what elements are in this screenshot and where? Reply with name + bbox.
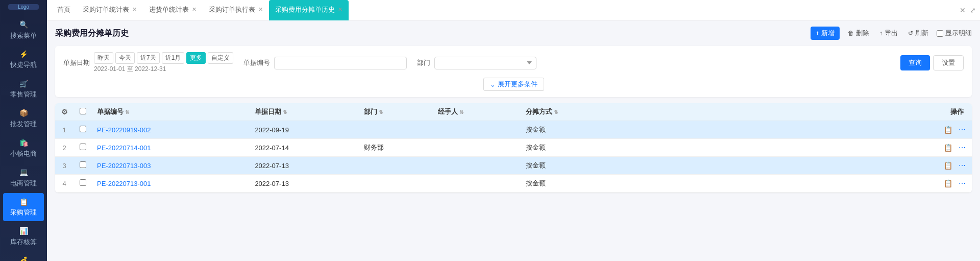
- row-dept-1: 财务部: [359, 139, 433, 157]
- sidebar-item-ecommerce-small[interactable]: 🛍️小畅电商: [3, 134, 44, 162]
- sidebar-label-wholesale: 批发管理: [10, 120, 37, 128]
- bill-no-link-2[interactable]: PE-20220713-003: [97, 162, 151, 170]
- action-more-0[interactable]: ⋯: [958, 125, 967, 135]
- sidebar-item-wholesale[interactable]: 📦批发管理: [3, 104, 44, 133]
- date-shortcut-更多[interactable]: 更多: [186, 52, 206, 64]
- tab-close-purchase-order-exec[interactable]: ✕: [258, 6, 263, 13]
- action-more-1[interactable]: ⋯: [958, 143, 967, 153]
- row-dept-0: [359, 121, 433, 139]
- row-bill-no-3: PE-20220713-001: [92, 175, 250, 193]
- sidebar-icon-finance: 💰: [5, 256, 42, 261]
- sidebar-label-ecommerce: 电商管理: [10, 179, 37, 187]
- data-table: ⚙ 单据编号⇅ 单据日期⇅ 部门⇅: [55, 103, 972, 193]
- sort-split-icon: ⇅: [554, 109, 558, 115]
- show-detail-checkbox[interactable]: 显示明细: [937, 29, 972, 38]
- action-more-2[interactable]: ⋯: [958, 160, 967, 171]
- sidebar-item-inventory[interactable]: 📊库存核算: [3, 222, 44, 251]
- dept-label: 部门: [417, 58, 430, 67]
- dept-select[interactable]: 财务部: [434, 57, 536, 69]
- bill-no-link-3[interactable]: PE-20220713-001: [97, 180, 151, 187]
- action-more-3[interactable]: ⋯: [958, 178, 967, 188]
- sidebar-item-ecommerce[interactable]: 💻电商管理: [3, 163, 44, 192]
- show-detail-input[interactable]: [937, 30, 943, 37]
- col-checkbox: [74, 103, 92, 121]
- col-gear[interactable]: ⚙: [55, 103, 74, 121]
- query-button[interactable]: 查询: [900, 55, 930, 70]
- tab-home[interactable]: 首页: [51, 0, 77, 20]
- row-bill-date-0: 2022-09-19: [250, 121, 358, 139]
- tab-close-purchase-order-stats[interactable]: ✕: [132, 6, 137, 13]
- date-shortcut-昨天[interactable]: 昨天: [94, 52, 113, 64]
- sidebar-icon-inventory: 📊: [5, 226, 42, 236]
- bill-no-link-0[interactable]: PE-20220919-002: [97, 126, 151, 134]
- sidebar-icon-purchase: 📋: [5, 197, 42, 207]
- date-shortcut-近7天[interactable]: 近7天: [137, 52, 160, 64]
- bill-no-input[interactable]: [274, 57, 407, 69]
- date-shortcut-近1月[interactable]: 近1月: [162, 52, 185, 64]
- sidebar-label-retail: 零售管理: [10, 90, 37, 98]
- date-shortcut-自定义[interactable]: 自定义: [208, 52, 233, 64]
- action-edit-1[interactable]: 📋: [943, 143, 953, 153]
- col-dept[interactable]: 部门⇅: [359, 103, 433, 121]
- sidebar-icon-ecommerce: 💻: [5, 168, 42, 178]
- row-checkbox-1: [74, 139, 92, 157]
- sidebar-label-inventory: 库存核算: [10, 238, 37, 246]
- sort-handler-icon: ⇅: [459, 109, 463, 115]
- row-select-1[interactable]: [80, 144, 86, 150]
- sidebar-icon-search: 🔍: [5, 20, 42, 30]
- dept-field: 部门 财务部: [417, 57, 536, 69]
- select-all-checkbox[interactable]: [80, 108, 86, 114]
- col-split-method[interactable]: 分摊方式⇅: [521, 103, 887, 121]
- col-handler[interactable]: 经手人⇅: [433, 103, 521, 121]
- gear-icon[interactable]: ⚙: [61, 108, 68, 116]
- sidebar-item-purchase[interactable]: 📋采购管理: [3, 193, 44, 222]
- delete-button[interactable]: 🗑 删除: [846, 28, 871, 39]
- date-field-group: 昨天今天近7天近1月更多自定义 2022-01-01 至 2022-12-31: [94, 52, 233, 74]
- refresh-icon: ↺: [908, 30, 913, 37]
- expand-conditions-button[interactable]: ⌄ 展开更多条件: [483, 78, 544, 91]
- row-split-method-3: 按金额: [521, 175, 887, 193]
- maximize-window-icon[interactable]: ⤢: [970, 6, 976, 14]
- tab-purchase-receipt-stats[interactable]: 进货单统计表✕: [143, 0, 203, 20]
- tab-label-purchase-receipt-stats: 进货单统计表: [149, 5, 189, 14]
- tab-close-purchase-cost-split[interactable]: ✕: [338, 6, 342, 13]
- date-shortcut-今天[interactable]: 今天: [115, 52, 135, 64]
- row-select-3[interactable]: [80, 179, 86, 186]
- page-title: 采购费用分摊单历史: [55, 28, 129, 39]
- action-edit-3[interactable]: 📋: [943, 178, 953, 188]
- add-button[interactable]: + 新增: [811, 27, 840, 40]
- tab-label-purchase-cost-split: 采购费用分摊单历史: [275, 5, 335, 14]
- sidebar-icon-shortcut: ⚡: [5, 50, 42, 60]
- row-num-2: 3: [55, 157, 74, 175]
- col-bill-date[interactable]: 单据日期⇅: [250, 103, 358, 121]
- tab-purchase-cost-split[interactable]: 采购费用分摊单历史✕: [269, 0, 349, 20]
- row-select-2[interactable]: [80, 161, 86, 168]
- close-window-icon[interactable]: ✕: [960, 6, 966, 14]
- bill-no-link-1[interactable]: PE-20220714-001: [97, 144, 151, 152]
- row-split-method-1: 按金额: [521, 139, 887, 157]
- sidebar-item-finance[interactable]: 💰资金管理: [3, 252, 44, 261]
- refresh-button[interactable]: ↺ 刷新: [906, 28, 930, 39]
- sidebar-item-shortcut[interactable]: ⚡快捷导航: [3, 45, 44, 74]
- row-select-0[interactable]: [80, 126, 86, 132]
- tab-label-home: 首页: [57, 5, 70, 14]
- setting-button[interactable]: 设置: [933, 55, 964, 70]
- sidebar-item-retail[interactable]: 🛒零售管理: [3, 75, 44, 104]
- tab-close-purchase-receipt-stats[interactable]: ✕: [192, 6, 197, 13]
- toolbar: + 新增 🗑 删除 ↑ 导出 ↺ 刷新 显示明细: [811, 27, 972, 40]
- tab-purchase-order-stats[interactable]: 采购订单统计表✕: [77, 0, 143, 20]
- action-edit-2[interactable]: 📋: [943, 160, 953, 171]
- tab-label-purchase-order-exec: 采购订单执行表: [209, 5, 255, 14]
- chevron-down-icon: ⌄: [490, 81, 496, 88]
- row-bill-no-0: PE-20220919-002: [92, 121, 250, 139]
- bill-no-label: 单据编号: [243, 58, 270, 67]
- row-num-0: 1: [55, 121, 74, 139]
- export-button[interactable]: ↑ 导出: [877, 28, 900, 39]
- row-dept-3: [359, 175, 433, 193]
- action-edit-0[interactable]: 📋: [943, 125, 953, 135]
- bill-no-field: 单据编号: [243, 57, 407, 69]
- sidebar-item-search[interactable]: 🔍搜索菜单: [3, 16, 44, 44]
- tab-purchase-order-exec[interactable]: 采购订单执行表✕: [203, 0, 269, 20]
- col-bill-no[interactable]: 单据编号⇅: [92, 103, 250, 121]
- row-checkbox-3: [74, 175, 92, 193]
